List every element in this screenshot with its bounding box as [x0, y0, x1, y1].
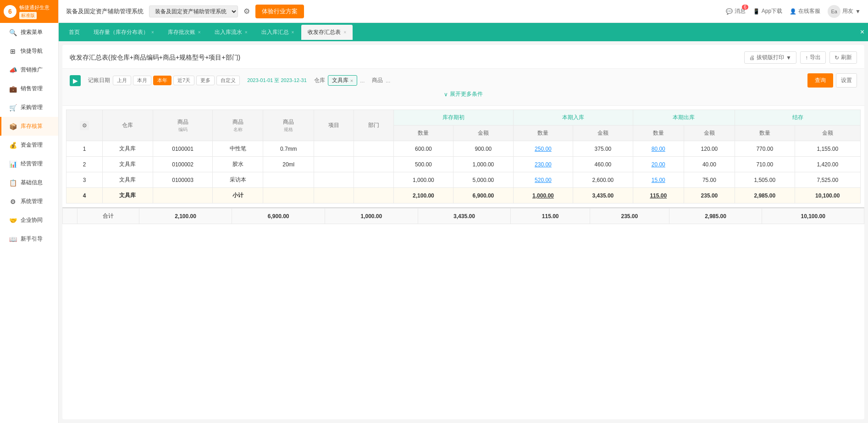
service-button[interactable]: 👤 在线客服	[790, 7, 820, 15]
page-title: 收发存汇总表(按仓库+商品编码+商品+规格型号+项目+部门)	[70, 54, 240, 62]
cell-in-amt: 375.00	[573, 141, 633, 157]
goods-more[interactable]: ...	[386, 77, 390, 84]
sidebar-item-quick-nav[interactable]: ⊞ 快捷导航	[0, 42, 58, 60]
header-actions: 🖨 拔锁版打印 ▼ ↑ 导出 ↻ 刷新	[744, 51, 857, 64]
footer-opening-qty: 2,100.00	[139, 209, 232, 224]
tab-home[interactable]: 首页	[62, 25, 86, 40]
sidebar-item-search[interactable]: 🔍 搜索菜单	[0, 23, 58, 42]
footer-out-amt: 235.00	[590, 209, 669, 224]
sidebar-item-sales[interactable]: 💼 销售管理	[0, 79, 58, 98]
date-custom[interactable]: 自定义	[216, 76, 240, 85]
print-icon: 🖨	[749, 55, 755, 61]
cell-in-qty[interactable]: 250.00	[513, 141, 573, 157]
date-range-display: 2023-01-01 至 2023-12-31	[247, 77, 307, 84]
cell-project	[314, 188, 354, 203]
inventory-icon: 📦	[9, 123, 17, 130]
tab-inventory-dist[interactable]: 现存量（库存分布表） ×	[87, 25, 160, 40]
cell-in-qty[interactable]: 230.00	[513, 157, 573, 172]
cell-goods-name: 采访本	[213, 172, 263, 188]
date-buttons: 上月 本月 本年 近7天 更多 自定义	[113, 76, 240, 85]
tab-in-out-summary-close[interactable]: ×	[292, 30, 294, 35]
warehouse-label: 仓库	[314, 77, 325, 84]
sidebar: 6 畅捷通好生意 标准版 🔍 搜索菜单 ⊞ 快捷导航 📣 营销推广 💼 销售管理…	[0, 0, 59, 423]
expand-button[interactable]: ∨ 展开更多条件	[444, 90, 483, 98]
cell-closing-amt: 10,100.00	[795, 188, 861, 203]
app-download-label: App下载	[762, 7, 782, 15]
date-label: 记账日期	[88, 77, 110, 84]
date-last-month[interactable]: 上月	[113, 76, 131, 85]
cell-out-qty: 115.00	[633, 188, 684, 203]
sidebar-item-inventory[interactable]: 📦 库存核算	[0, 117, 58, 136]
print-label: 拔锁版打印	[757, 54, 784, 61]
sidebar-item-label-inventory: 库存核算	[21, 122, 43, 130]
cell-out-qty[interactable]: 15.00	[633, 172, 684, 188]
quick-nav-icon: ⊞	[9, 48, 17, 55]
th-opening-qty: 数量	[393, 126, 453, 141]
cell-out-amt: 235.00	[684, 188, 735, 203]
sidebar-item-guide[interactable]: 📖 新手引导	[0, 230, 58, 248]
date-this-month[interactable]: 本月	[133, 76, 151, 85]
query-button[interactable]: 查询	[807, 73, 833, 88]
experience-button[interactable]: 体验行业方案	[255, 5, 304, 18]
cell-out-qty[interactable]: 20.00	[633, 157, 684, 172]
tab-batch-ledger-label: 库存批次账	[168, 28, 195, 36]
tab-batch-ledger-close[interactable]: ×	[198, 30, 201, 35]
print-dropdown-icon: ▼	[786, 55, 791, 61]
sidebar-item-label-operations: 经营管理	[21, 160, 43, 168]
topbar-left: 装备及固定资产辅助管理系统 装备及固定资产辅助管理系统 ⚙ 体验行业方案	[66, 5, 304, 18]
date-more[interactable]: 更多	[196, 76, 215, 85]
sidebar-item-collab[interactable]: 🤝 企业协同	[0, 211, 58, 230]
gear-icon[interactable]: ⚙	[243, 7, 250, 16]
sidebar-item-purchase[interactable]: 🛒 采购管理	[0, 98, 58, 117]
data-table: ⚙ 仓库 商品编码 商品名称 商品规格 项目 部门 库存期初 本期入库 本期出库…	[66, 110, 861, 203]
cell-in-qty[interactable]: 520.00	[513, 172, 573, 188]
cell-closing-amt: 1,155.00	[795, 141, 861, 157]
system-selector[interactable]: 装备及固定资产辅助管理系统	[149, 5, 238, 17]
filter-toggle-button[interactable]: ▶	[70, 75, 81, 86]
cell-goods-spec	[263, 188, 314, 203]
warehouse-tag-remove[interactable]: ×	[350, 78, 353, 83]
cell-opening-amt: 900.00	[453, 141, 513, 157]
sidebar-item-marketing[interactable]: 📣 营销推广	[0, 60, 58, 79]
cell-warehouse: 文具库	[103, 172, 153, 188]
cell-closing-qty: 2,985.00	[735, 188, 795, 203]
message-icon: 💬	[726, 8, 733, 15]
app-download-button[interactable]: 📱 App下载	[753, 7, 782, 15]
tab-receipt-summary[interactable]: 收发存汇总表 ×	[301, 25, 353, 40]
logo-app-name: 畅捷通好生意	[19, 4, 50, 11]
user-avatar: Ea	[828, 5, 840, 18]
cell-closing-qty: 770.00	[735, 141, 795, 157]
refresh-button[interactable]: ↻ 刷新	[829, 51, 857, 64]
tab-receipt-summary-close[interactable]: ×	[343, 30, 346, 35]
sales-icon: 💼	[9, 85, 17, 93]
setting-button[interactable]: 设置	[836, 73, 857, 88]
sidebar-item-operations[interactable]: 📊 经营管理	[0, 154, 58, 173]
logo-badge: 标准版	[19, 12, 37, 19]
cell-project	[314, 157, 354, 172]
export-button[interactable]: ↑ 导出	[800, 51, 826, 64]
search-icon: 🔍	[9, 29, 17, 36]
tab-in-out-summary[interactable]: 出入库汇总 ×	[255, 25, 301, 40]
warehouse-more[interactable]: ...	[360, 77, 365, 84]
table-settings-icon[interactable]: ⚙	[80, 121, 89, 130]
tab-batch-ledger[interactable]: 库存批次账 ×	[161, 25, 207, 40]
date-7days[interactable]: 近7天	[173, 76, 194, 85]
date-this-year[interactable]: 本年	[153, 76, 171, 85]
tab-in-out-summary-label: 出入库汇总	[261, 28, 289, 36]
logo-icon: 6	[4, 5, 17, 18]
cell-goods-code: 0100003	[153, 172, 212, 188]
tab-inventory-dist-close[interactable]: ×	[151, 30, 154, 35]
print-button[interactable]: 🖨 拔锁版打印 ▼	[744, 51, 796, 64]
cell-out-qty[interactable]: 80.00	[633, 141, 684, 157]
system-title: 装备及固定资产辅助管理系统	[66, 7, 144, 16]
tab-in-out-flow[interactable]: 出入库流水 ×	[208, 25, 254, 40]
sidebar-item-system[interactable]: ⚙ 系统管理	[0, 192, 58, 211]
sidebar-item-finance[interactable]: 💰 资金管理	[0, 136, 58, 154]
messages-button[interactable]: 💬 消息 6	[726, 7, 746, 15]
sidebar-item-basic[interactable]: 📋 基础信息	[0, 173, 58, 192]
cell-out-amt: 120.00	[684, 141, 735, 157]
user-menu[interactable]: Ea 用友 ▼	[828, 5, 861, 18]
tab-in-out-flow-close[interactable]: ×	[245, 30, 248, 35]
query-actions: 查询 设置	[807, 73, 857, 88]
tabs-close-all-button[interactable]: ×	[860, 28, 864, 36]
